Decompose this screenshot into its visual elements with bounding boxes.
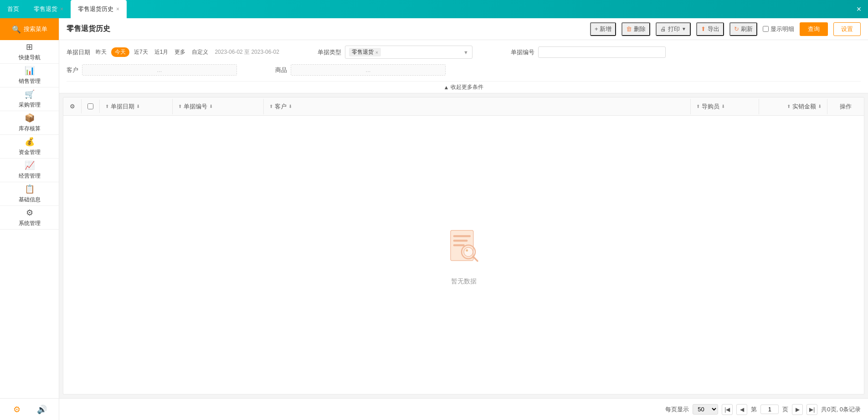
sidebar-item-system-label: 系统管理: [19, 220, 41, 227]
th-ops-label: 操作: [840, 102, 852, 111]
delete-label: 删除: [634, 25, 646, 33]
tab-retail-return-history[interactable]: 零售退货历史 ×: [71, 0, 127, 18]
th-amount-label: 实销金额: [792, 102, 816, 111]
customer-input[interactable]: ...: [82, 64, 237, 76]
refresh-button[interactable]: ↻ 刷新: [729, 22, 757, 36]
th-amount: ⬆ 实销金额 ⬇: [759, 99, 827, 114]
goods-placeholder: ...: [366, 67, 371, 73]
sort-up-icon-guide: ⬆: [696, 104, 700, 109]
sidebar-item-system[interactable]: ⚙ 系统管理: [0, 206, 59, 230]
date-btn-yesterday[interactable]: 昨天: [94, 47, 108, 57]
show-detail-checkbox-label[interactable]: 显示明细: [763, 25, 794, 33]
print-button[interactable]: 🖨 打印 ▼: [656, 22, 691, 36]
filter-row-1: 单据日期 昨天 今天 近7天 近1月 更多 自定义 2023-06-02 至 2…: [67, 46, 861, 59]
system-icon: ⚙: [26, 208, 33, 218]
date-btn-today[interactable]: 今天: [111, 47, 129, 57]
sidebar-item-sales[interactable]: 📊 销售管理: [0, 64, 59, 87]
customer-label: 客户: [67, 66, 78, 74]
sidebar-search-label: 搜索菜单: [24, 25, 47, 33]
add-button[interactable]: + 新增: [590, 22, 616, 36]
collapse-button[interactable]: ▲ 收起更多条件: [67, 81, 861, 93]
tab-retail-return[interactable]: 零售退货 ×: [26, 0, 71, 18]
table-header: ⚙ ⬆ 单据日期 ⬇ ⬆ 单据编号 ⬇ ⬆ 客户 ⬇: [63, 97, 864, 116]
select-all-checkbox[interactable]: [87, 103, 93, 109]
date-btn-7days[interactable]: 近7天: [132, 47, 150, 57]
th-settings[interactable]: ⚙: [63, 99, 82, 113]
svg-line-6: [473, 256, 478, 261]
sidebar-item-purchase[interactable]: 🛒 采购管理: [0, 87, 59, 111]
page-number-input[interactable]: [760, 405, 779, 414]
sidebar-item-operations[interactable]: 📈 经营管理: [0, 159, 59, 182]
voucher-type-select[interactable]: 零售退货 × ▼: [345, 46, 473, 59]
sidebar-item-purchase-label: 采购管理: [19, 101, 41, 109]
sort-up-icon-amount: ⬆: [787, 104, 791, 109]
page-size-select[interactable]: 50 10 20 100: [693, 404, 718, 415]
date-options-group: 昨天 今天 近7天 近1月 更多 自定义 2023-06-02 至 2023-0…: [94, 47, 279, 57]
tab-retail-return-close[interactable]: ×: [60, 6, 63, 12]
content-area: 零售退货历史 + 新增 🗑 删除 🖨 打印 ▼ ⬆ 导出: [59, 18, 868, 420]
sort-down-icon-guide: ⬇: [721, 104, 725, 109]
sidebar-audio-button[interactable]: 🔊: [35, 402, 49, 417]
sidebar-item-basic-info[interactable]: 📋 基础信息: [0, 182, 59, 206]
sidebar-bottom: ⚙ 🔊: [0, 398, 59, 420]
page-header: 零售退货历史 + 新增 🗑 删除 🖨 打印 ▼ ⬆ 导出: [59, 18, 868, 40]
window-close-button[interactable]: ×: [850, 0, 868, 18]
sort-down-icon-customer: ⬇: [288, 104, 292, 109]
show-detail-checkbox[interactable]: [763, 26, 769, 32]
export-icon: ⬆: [701, 26, 706, 32]
th-ops: 操作: [827, 99, 864, 114]
show-detail-label: 显示明细: [770, 25, 794, 33]
sidebar-item-quick-nav[interactable]: ⊞ 快捷导航: [0, 40, 59, 64]
tab-home[interactable]: 首页: [0, 0, 26, 18]
sort-up-icon-no: ⬆: [178, 104, 182, 109]
total-label: 共0页, 0条记录: [821, 405, 861, 414]
next-page-button[interactable]: ▶: [792, 404, 803, 415]
first-page-button[interactable]: |◀: [722, 404, 733, 415]
sidebar-item-sales-label: 销售管理: [19, 77, 41, 85]
refresh-label: 刷新: [741, 25, 753, 33]
sort-down-icon-date: ⬇: [136, 104, 140, 109]
add-label: + 新增: [595, 25, 611, 33]
date-btn-custom[interactable]: 自定义: [190, 47, 210, 57]
sidebar-item-finance[interactable]: 💰 资金管理: [0, 135, 59, 159]
pagination-area: 每页显示 50 10 20 100 |◀ ◀ 第 页 ▶ ▶| 共0页, 0条记…: [59, 398, 868, 420]
voucher-type-tag-close[interactable]: ×: [375, 50, 378, 55]
sort-up-icon-date: ⬆: [105, 104, 109, 109]
quick-nav-icon: ⊞: [26, 42, 33, 52]
page-suffix: 页: [782, 405, 788, 414]
prev-page-button[interactable]: ◀: [736, 404, 747, 415]
filter-goods: 商品 ...: [275, 64, 446, 76]
operations-icon: 📈: [25, 160, 35, 170]
sidebar-settings-button[interactable]: ⚙: [10, 402, 24, 417]
date-btn-1month[interactable]: 近1月: [153, 47, 170, 57]
settings-button[interactable]: 设置: [833, 22, 861, 36]
empty-state: 暂无数据: [63, 116, 864, 394]
inventory-icon: 📦: [25, 113, 35, 123]
table-settings-icon: ⚙: [70, 103, 75, 110]
finance-icon: 💰: [25, 137, 35, 147]
svg-point-5: [464, 247, 473, 256]
sidebar-item-basic-info-label: 基础信息: [19, 196, 41, 204]
delete-icon: 🗑: [626, 26, 632, 32]
filter-row-2: 客户 ... 商品 ...: [67, 64, 861, 76]
goods-input[interactable]: ...: [291, 64, 446, 76]
th-voucher-no-label: 单据编号: [184, 102, 207, 111]
delete-button[interactable]: 🗑 删除: [621, 22, 650, 36]
query-button[interactable]: 查询: [800, 22, 828, 36]
voucher-no-label: 单据编号: [511, 48, 534, 56]
sidebar-item-inventory-label: 库存核算: [19, 125, 41, 133]
voucher-no-input[interactable]: [538, 46, 666, 58]
sidebar-item-finance-label: 资金管理: [19, 149, 41, 156]
export-button[interactable]: ⬆ 导出: [696, 22, 724, 36]
th-customer-label: 客户: [275, 102, 287, 111]
last-page-button[interactable]: ▶|: [806, 404, 817, 415]
page-actions: + 新增 🗑 删除 🖨 打印 ▼ ⬆ 导出 ↻ 刷新: [590, 22, 861, 36]
th-checkbox[interactable]: [82, 100, 100, 113]
tab-retail-return-history-close[interactable]: ×: [116, 6, 119, 12]
sidebar-search[interactable]: 🔍 搜索菜单: [0, 18, 59, 40]
sidebar-item-inventory[interactable]: 📦 库存核算: [0, 111, 59, 135]
voucher-type-dropdown-icon: ▼: [463, 50, 468, 55]
date-btn-more[interactable]: 更多: [173, 47, 187, 57]
th-voucher-no: ⬆ 单据编号 ⬇: [173, 99, 264, 114]
filter-voucher-no: 单据编号: [511, 46, 666, 58]
